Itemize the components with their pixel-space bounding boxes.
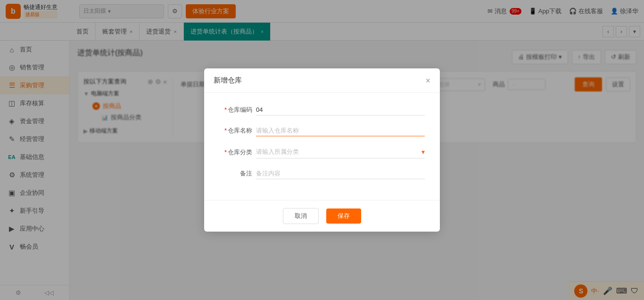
- category-select[interactable]: 请输入所属分类 ▾: [256, 146, 425, 158]
- modal-title: 新增仓库: [214, 76, 242, 85]
- form-row-name: *仓库名称: [219, 125, 425, 136]
- modal-header: 新增仓库 ×: [204, 68, 440, 93]
- modal-close-button[interactable]: ×: [425, 76, 430, 85]
- form-row-category: *仓库分类 请输入所属分类 ▾: [219, 146, 425, 158]
- cancel-button[interactable]: 取消: [283, 208, 319, 224]
- save-button[interactable]: 保存: [326, 208, 361, 224]
- add-warehouse-modal: 新增仓库 × *仓库编码 *仓库名称 *仓库分类: [204, 68, 440, 232]
- category-label: *仓库分类: [219, 148, 252, 157]
- remark-label: 备注: [219, 169, 252, 178]
- form-row-code: *仓库编码: [219, 104, 425, 116]
- code-label: *仓库编码: [219, 106, 252, 114]
- name-input[interactable]: [256, 125, 425, 136]
- remark-input[interactable]: [256, 168, 425, 179]
- modal-body: *仓库编码 *仓库名称 *仓库分类 请输入所属分类 ▾: [204, 93, 440, 200]
- form-row-remark: 备注: [219, 168, 425, 179]
- category-placeholder: 请输入所属分类: [256, 148, 421, 156]
- category-dropdown-icon: ▾: [421, 148, 425, 156]
- modal-overlay: 新增仓库 × *仓库编码 *仓库名称 *仓库分类: [0, 0, 644, 300]
- modal-footer: 取消 保存: [204, 200, 440, 232]
- name-label: *仓库名称: [219, 126, 252, 135]
- code-input[interactable]: [256, 104, 425, 116]
